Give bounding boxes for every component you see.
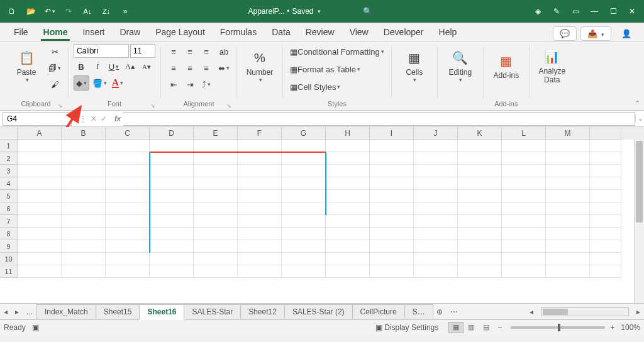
wrap-text-button[interactable]: ab	[216, 44, 231, 59]
cell[interactable]	[194, 253, 238, 265]
row-header[interactable]: 3	[0, 165, 18, 177]
cell[interactable]	[150, 215, 194, 228]
cell[interactable]	[194, 202, 238, 215]
cell[interactable]	[590, 177, 621, 190]
cell[interactable]	[414, 215, 458, 228]
cell[interactable]	[106, 165, 150, 177]
cell[interactable]	[414, 265, 458, 278]
align-right-icon[interactable]: ≡	[199, 60, 214, 75]
font-color-button[interactable]: A▾	[110, 75, 125, 91]
cell[interactable]	[414, 177, 458, 190]
cell[interactable]	[62, 152, 106, 165]
cell[interactable]	[106, 190, 150, 202]
cell[interactable]	[194, 152, 238, 165]
cell[interactable]	[282, 202, 326, 215]
file-name[interactable]: ApparelP... • Saved ▾	[248, 7, 320, 16]
cell[interactable]	[590, 265, 621, 278]
row-header[interactable]: 1	[0, 140, 18, 152]
open-file-icon[interactable]: 📂	[21, 2, 40, 21]
cell[interactable]	[282, 152, 326, 165]
zoom-in-icon[interactable]: +	[610, 323, 614, 332]
enter-formula-icon[interactable]: ✓	[101, 114, 107, 123]
cell[interactable]	[238, 215, 282, 228]
tab-review[interactable]: Review	[298, 23, 342, 41]
cell[interactable]	[502, 265, 546, 278]
cell[interactable]	[326, 202, 370, 215]
new-file-icon[interactable]: 🗋	[3, 2, 21, 21]
cell[interactable]	[458, 165, 502, 177]
borders-button[interactable]: ◆▾	[74, 75, 89, 91]
cell[interactable]	[590, 165, 621, 177]
page-break-view-icon[interactable]: ▤	[479, 322, 494, 333]
col-header[interactable]: B	[62, 127, 106, 140]
tab-draw[interactable]: Draw	[112, 23, 148, 41]
hscroll-left-icon[interactable]: ◂	[526, 307, 537, 316]
cell[interactable]	[370, 177, 414, 190]
page-layout-view-icon[interactable]: ▥	[464, 322, 479, 333]
cell[interactable]	[326, 265, 370, 278]
align-center-icon[interactable]: ≡	[182, 60, 197, 75]
sheet-tab[interactable]: SALES-Star	[184, 304, 241, 319]
analyze-data-button[interactable]: 📊Analyze Data	[535, 44, 570, 89]
cell[interactable]	[282, 177, 326, 190]
cell[interactable]	[502, 253, 546, 265]
cell[interactable]	[18, 240, 62, 253]
cell[interactable]	[370, 215, 414, 228]
cell[interactable]	[326, 228, 370, 240]
font-launcher-icon[interactable]: ↘	[150, 102, 155, 109]
collapse-ribbon-icon[interactable]: ⌃	[635, 99, 640, 108]
cell[interactable]	[326, 215, 370, 228]
sort-desc-icon[interactable]: Z↓	[97, 2, 116, 21]
search-icon[interactable]: 🔍	[358, 2, 377, 21]
row-header[interactable]: 6	[0, 202, 18, 215]
sheet-tab[interactable]: Sheet15	[96, 304, 140, 319]
cell[interactable]	[370, 265, 414, 278]
normal-view-icon[interactable]: ▦	[448, 322, 464, 333]
cell[interactable]	[546, 152, 590, 165]
align-top-icon[interactable]: ≡	[166, 44, 181, 59]
cell[interactable]	[238, 253, 282, 265]
cell[interactable]	[546, 177, 590, 190]
col-header[interactable]	[590, 127, 621, 140]
cell[interactable]	[590, 215, 621, 228]
cell[interactable]	[194, 265, 238, 278]
add-sheet-button[interactable]: ⊕	[433, 307, 447, 316]
tab-help[interactable]: Help	[431, 23, 465, 41]
cell[interactable]	[238, 152, 282, 165]
cell[interactable]	[458, 152, 502, 165]
fill-color-button[interactable]: 🪣▾	[91, 75, 109, 91]
cell[interactable]	[150, 253, 194, 265]
cell[interactable]	[150, 240, 194, 253]
cell[interactable]	[414, 165, 458, 177]
account-button[interactable]: 👤	[615, 27, 638, 40]
cell[interactable]	[326, 152, 370, 165]
sheet-tab[interactable]: SALES-Star (2)	[284, 304, 353, 319]
maximize-button[interactable]: ☐	[604, 2, 623, 21]
cell[interactable]	[458, 228, 502, 240]
cell[interactable]	[106, 228, 150, 240]
cell[interactable]	[238, 265, 282, 278]
col-header[interactable]: H	[326, 127, 370, 140]
cell[interactable]	[18, 253, 62, 265]
italic-button[interactable]: I	[90, 59, 105, 74]
tab-page-layout[interactable]: Page Layout	[148, 23, 213, 41]
align-left-icon[interactable]: ≡	[166, 60, 181, 75]
minimize-button[interactable]: —	[585, 2, 604, 21]
cell[interactable]	[414, 228, 458, 240]
addins-button[interactable]: ▦Add-ins	[489, 44, 524, 89]
cell-styles-button[interactable]: ▦ Cell Styles ▾	[288, 79, 386, 94]
sheet-tab[interactable]: S…	[404, 304, 433, 319]
cell[interactable]	[106, 202, 150, 215]
cell[interactable]	[106, 253, 150, 265]
cell[interactable]	[502, 140, 546, 152]
cell[interactable]	[18, 177, 62, 190]
cell[interactable]	[106, 265, 150, 278]
cancel-formula-icon[interactable]: ✕	[91, 114, 97, 123]
redo-icon[interactable]: ↷	[59, 2, 78, 21]
cell[interactable]	[194, 240, 238, 253]
cell[interactable]	[370, 240, 414, 253]
cell[interactable]	[546, 253, 590, 265]
cell[interactable]	[18, 228, 62, 240]
row-header[interactable]: 10	[0, 253, 18, 265]
cell[interactable]	[238, 140, 282, 152]
